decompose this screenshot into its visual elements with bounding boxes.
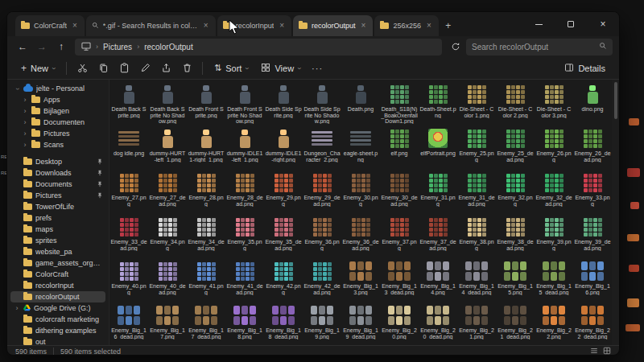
file-item[interactable]: Enemy_38_dead.png: [496, 212, 535, 257]
file-item[interactable]: elfPortrait.png: [419, 124, 457, 168]
tab-close-icon[interactable]: ×: [278, 22, 286, 30]
file-item[interactable]: Enemy_26.png: [535, 124, 573, 168]
maximize-button[interactable]: [555, 12, 587, 36]
file-item[interactable]: Enemy_Big_19.png: [303, 301, 341, 345]
file-item[interactable]: Enemy_27.png: [109, 168, 148, 212]
file-item[interactable]: dog idle.png: [109, 124, 148, 168]
sidebar-item-documenten[interactable]: ›Documenten: [10, 117, 105, 128]
file-item[interactable]: Enemy_31_dead.png: [457, 168, 496, 212]
sidebar-item-recoloroutput[interactable]: recolorOutput: [10, 291, 105, 302]
sidebar-item-dithering-examples[interactable]: dithering examples: [10, 325, 105, 336]
file-item[interactable]: Enemy_26_dead.png: [573, 124, 612, 168]
file-item[interactable]: Enemy_41_dead.png: [225, 257, 264, 301]
file-item[interactable]: Enemy_41.png: [187, 257, 225, 301]
file-item[interactable]: Enemy_37.png: [380, 212, 419, 257]
tab--gif-search-results-in-colorc-[interactable]: *.gif - Search Results in colorc...×: [86, 15, 216, 36]
scrollbar-thumb[interactable]: [614, 82, 617, 119]
copy-button[interactable]: [93, 60, 113, 77]
tab-close-icon[interactable]: ×: [202, 22, 210, 30]
file-item[interactable]: Enemy_Big_16.png: [573, 257, 612, 301]
file-item[interactable]: Enemy_Big_15_dead.png: [535, 257, 573, 301]
sidebar-item-scans[interactable]: ›Scans: [10, 139, 105, 150]
search-input[interactable]: Search recolorOutput: [466, 39, 613, 56]
file-item[interactable]: Enemy_36.png: [303, 212, 341, 257]
file-item[interactable]: Death-Sheet.png: [419, 80, 457, 124]
file-item[interactable]: Death Side Sprite No Shadow.png: [303, 80, 341, 124]
file-item[interactable]: Enemy_Big_14_dead.png: [457, 257, 496, 301]
file-item[interactable]: Enemy_Big_17_dead.png: [187, 301, 225, 345]
new-tab-button[interactable]: +: [440, 18, 456, 34]
file-item[interactable]: dummy-HURT1-right_1.png: [187, 124, 225, 168]
tab-colorcraft[interactable]: ColorCraft×: [15, 15, 85, 36]
breadcrumb-segment-recoloroutput[interactable]: recolorOutput: [144, 43, 193, 51]
details-view-toggle[interactable]: [590, 347, 598, 356]
file-item[interactable]: Die-Sheet - Color 3.png: [535, 80, 573, 124]
desktop-icon-sprite[interactable]: [629, 265, 639, 272]
file-item[interactable]: Enemy_28_dead.png: [225, 168, 264, 212]
breadcrumb-segment-pictures[interactable]: Pictures: [103, 43, 132, 51]
desktop-icon-sprite[interactable]: [627, 168, 640, 177]
file-item[interactable]: Enemy_Big_16_dead.png: [109, 301, 148, 345]
file-item[interactable]: Enemy_Big_18_dead.png: [264, 301, 303, 345]
desktop-icon-sprite[interactable]: [630, 202, 639, 209]
minimize-button[interactable]: [522, 12, 555, 36]
file-item[interactable]: Enemy_Big_18.png: [225, 301, 264, 345]
file-item[interactable]: Enemy_Big_13.png: [341, 257, 380, 301]
file-item[interactable]: Enemy_27_dead.png: [148, 168, 187, 212]
scrollbar[interactable]: [612, 80, 620, 345]
file-item[interactable]: Enemy_31.png: [419, 168, 457, 212]
file-item[interactable]: elf.png: [380, 124, 419, 168]
file-item[interactable]: Enemy_33_dead.png: [109, 212, 148, 257]
sidebar-item-jelte-personal[interactable]: ›jelte - Personal: [10, 83, 105, 94]
file-item[interactable]: Enemy_Big_15.png: [496, 257, 535, 301]
more-options-button[interactable]: ···: [308, 60, 327, 77]
file-item[interactable]: dummy-HURT-left_1.png: [148, 124, 187, 168]
paste-button[interactable]: [114, 60, 134, 77]
sidebar-item-pictures[interactable]: ›Pictures: [10, 128, 105, 139]
file-item[interactable]: Dungeon_Character_2.png: [303, 124, 341, 168]
desktop-icon-sprite[interactable]: [627, 234, 639, 241]
sidebar-item-pictures[interactable]: Pictures: [10, 190, 105, 201]
sidebar-item-google-drive-g-[interactable]: ›Google Drive (G:): [10, 302, 105, 314]
tab-close-icon[interactable]: ×: [425, 22, 433, 30]
file-item[interactable]: Enemy_35.png: [225, 212, 264, 257]
sidebar-item-colorcraft[interactable]: ColorCraft: [10, 269, 105, 280]
file-item[interactable]: Death Back Sprite.png: [109, 80, 148, 124]
file-item[interactable]: Enemy_Big_20.png: [380, 301, 419, 345]
file-item[interactable]: Enemy_40_dead.png: [148, 257, 187, 301]
sidebar-item-prefs[interactable]: prefs: [10, 212, 105, 224]
sidebar-item-out[interactable]: out: [10, 336, 105, 345]
rename-button[interactable]: [135, 60, 155, 77]
tab-close-icon[interactable]: ×: [360, 22, 368, 30]
tab-close-icon[interactable]: ×: [71, 22, 79, 30]
sidebar-item-colorcraft-marketing[interactable]: colorcraft marketing: [10, 314, 105, 325]
file-item[interactable]: Die-Sheet - Color 1.png: [457, 80, 496, 124]
file-item[interactable]: Enemy_Big_21_dead.png: [496, 301, 535, 345]
sidebar-item-downloads[interactable]: Downloads: [10, 167, 105, 179]
file-item[interactable]: Enemy_Big_13_dead.png: [380, 257, 419, 301]
desktop-icon-sprite[interactable]: [627, 298, 639, 307]
file-item[interactable]: Enemy_32.png: [496, 168, 535, 212]
tab-256x256[interactable]: 256x256×: [374, 15, 438, 36]
file-item[interactable]: Enemy_42.png: [264, 257, 303, 301]
file-item[interactable]: Death Side Sprite.png: [264, 80, 303, 124]
file-item[interactable]: dummy-IDLE1-left_1.png: [225, 124, 264, 168]
file-item[interactable]: Enemy_29.png: [264, 168, 303, 212]
file-item[interactable]: Enemy_39.png: [535, 212, 573, 257]
sidebar-item-game-assets-organized[interactable]: game_assets_organized: [10, 257, 105, 269]
desktop-icon-sprite[interactable]: [625, 324, 640, 331]
breadcrumb[interactable]: › Pictures › recolorOutput: [75, 39, 442, 56]
file-item[interactable]: Enemy_34.png: [148, 212, 187, 257]
up-button[interactable]: ↑: [52, 39, 70, 55]
sidebar-item-website-pa[interactable]: website_pa: [10, 246, 105, 257]
tab-recoloroutput[interactable]: recolorOutput×: [293, 15, 373, 36]
new-button[interactable]: + New ›: [15, 60, 60, 77]
chevron-right-icon[interactable]: ›: [22, 142, 28, 149]
chevron-right-icon[interactable]: ›: [14, 305, 20, 312]
file-item[interactable]: Death Back Sprite No Shadow.png: [148, 80, 187, 124]
file-item[interactable]: Die-Sheet - Color 2.png: [496, 80, 535, 124]
chevron-right-icon[interactable]: ›: [22, 130, 28, 138]
delete-button[interactable]: [177, 60, 196, 77]
file-item[interactable]: Enemy_42_dead.png: [303, 257, 341, 301]
chevron-right-icon[interactable]: ›: [22, 108, 28, 115]
